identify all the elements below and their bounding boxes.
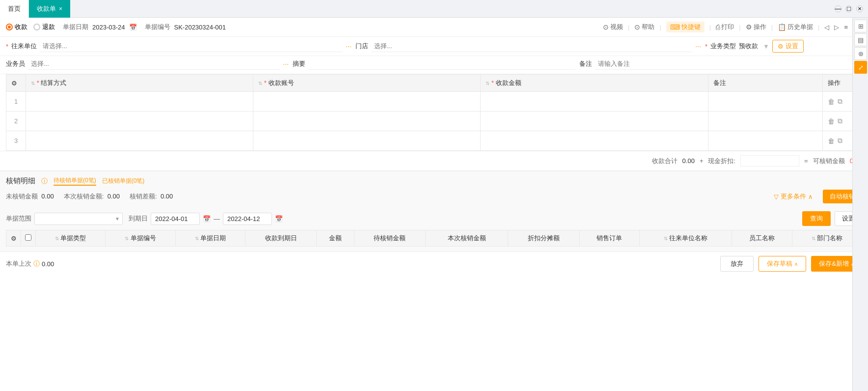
more-conditions-button[interactable]: ▽ 更多条件 ∧: [774, 192, 813, 201]
date-to-calendar-icon[interactable]: 📅: [275, 215, 283, 223]
business-type-dropdown-icon[interactable]: ▼: [763, 43, 769, 50]
doc-no-info: 单据编号 SK-20230324-001: [145, 23, 226, 31]
copy-row-3-icon[interactable]: ⧉: [838, 137, 842, 145]
table-row: 2 🗑 ⧉: [6, 112, 862, 131]
verify-info-icon[interactable]: ⓘ: [41, 177, 48, 186]
abandon-button[interactable]: 放弃: [720, 256, 754, 272]
receipt-amount-1[interactable]: [481, 92, 708, 112]
receipt-amount-2[interactable]: [481, 112, 708, 131]
receipt-amount-header[interactable]: ⇅ * 收款金额: [481, 75, 708, 92]
store-more-icon[interactable]: ···: [695, 42, 701, 50]
settlement-method-1[interactable]: [26, 92, 253, 112]
counterpart-input[interactable]: [40, 40, 343, 52]
verify-header: 核销明细 ⓘ 待核销单据(0笔) 已核销单据(0笔): [6, 176, 862, 186]
delete-row-2-icon[interactable]: 🗑: [828, 117, 835, 125]
history-action[interactable]: 📋 历史单据: [778, 23, 813, 31]
sidebar-link-icon-btn[interactable]: ⊛: [854, 47, 867, 60]
receipt-account-2[interactable]: [253, 112, 481, 131]
video-action[interactable]: ⊙ 视频: [603, 23, 623, 31]
remark-input[interactable]: [595, 58, 862, 70]
current-verify-header: 本次核销金额: [425, 230, 508, 247]
remark-2[interactable]: [708, 112, 822, 131]
calendar-icon[interactable]: 📅: [129, 24, 137, 31]
print-action[interactable]: ⎙ 打印: [716, 23, 734, 31]
doc-no-header: ⇅ 单据编号: [106, 230, 175, 247]
salesman-more-icon[interactable]: ···: [283, 60, 289, 68]
shortcut-action[interactable]: ⌨ 快捷键: [666, 22, 705, 32]
layout-list-icon[interactable]: ≡: [844, 24, 848, 31]
receipt-account-header[interactable]: ⇅ * 收款账号: [253, 75, 481, 92]
equals-sign: =: [804, 157, 808, 165]
delete-row-3-icon[interactable]: 🗑: [828, 137, 835, 145]
row-num-1: 1: [6, 92, 26, 112]
tab-bar: 首页 收款单 × — □ ×: [0, 0, 868, 18]
date-from-input[interactable]: [151, 213, 200, 225]
delete-row-1-icon[interactable]: 🗑: [828, 98, 835, 106]
gear-column-header[interactable]: ⚙: [6, 75, 26, 92]
gear-icon-header: ⚙: [11, 80, 17, 87]
settlement-method-3[interactable]: [26, 131, 253, 151]
video-icon: ⊙: [603, 23, 609, 31]
maximize-button[interactable]: □: [845, 5, 852, 12]
checkbox-col-header[interactable]: [21, 230, 36, 247]
select-all-checkbox[interactable]: [25, 234, 31, 241]
expand-icon: ⤢: [858, 64, 864, 71]
date-to-input[interactable]: [223, 213, 272, 225]
available-label: 可核销金额: [813, 157, 845, 166]
store-field: 门店 ···: [355, 40, 701, 52]
unchecked-label: 未核销金额: [6, 193, 38, 200]
sidebar-document-icon-btn[interactable]: ▤: [854, 33, 867, 46]
receipt-account-3[interactable]: [253, 131, 481, 151]
minimize-button[interactable]: —: [835, 5, 841, 12]
footer-info-icon[interactable]: ⓘ: [33, 259, 40, 268]
remark-1[interactable]: [708, 92, 822, 112]
diff-value: 0.00: [161, 193, 173, 200]
close-tab-icon[interactable]: ×: [59, 5, 62, 12]
tab-receipt[interactable]: 收款单 ×: [29, 0, 70, 18]
discount-input[interactable]: [740, 155, 799, 167]
date-from-calendar-icon[interactable]: 📅: [203, 215, 211, 223]
refund-radio[interactable]: 退款: [33, 23, 55, 31]
doc-range-label: 单据范围: [6, 214, 31, 223]
verify-table: ⚙ ⇅ 单据类型 ⇅ 单据编号: [6, 230, 862, 247]
remark-field: 备注: [579, 58, 862, 70]
sort-icon-b2: ⇅: [125, 236, 129, 241]
row-num-2: 2: [6, 112, 26, 131]
remark-3[interactable]: [708, 131, 822, 151]
copy-row-2-icon[interactable]: ⧉: [838, 117, 842, 125]
save-new-label: 保存&新增: [819, 259, 849, 268]
done-tab-link[interactable]: 已核销单据(0笔): [102, 177, 145, 185]
nav-right-icon[interactable]: ▷: [834, 24, 839, 31]
sidebar-table-icon-btn[interactable]: ⊞: [854, 20, 867, 32]
settings-button[interactable]: ⚙ 设置: [772, 40, 804, 53]
receipt-account-1[interactable]: [253, 92, 481, 112]
receipt-amount-3[interactable]: [481, 131, 708, 151]
refund-radio-circle: [33, 24, 40, 30]
pending-tab-link[interactable]: 待核销单据(0笔): [54, 176, 96, 186]
sidebar-expand-icon-btn[interactable]: ⤢: [854, 61, 867, 74]
doc-range-select[interactable]: [34, 213, 123, 225]
nav-left-icon[interactable]: ◁: [824, 24, 829, 31]
close-window-button[interactable]: ×: [856, 5, 863, 12]
counterpart-label: 往来单位: [11, 42, 37, 51]
required-star2: *: [705, 43, 707, 50]
query-button[interactable]: 查询: [802, 211, 831, 226]
store-input[interactable]: [371, 40, 692, 52]
operation-action[interactable]: ⚙ 操作: [746, 23, 766, 31]
gear-col-header[interactable]: ⚙: [6, 230, 21, 247]
tab-home[interactable]: 首页: [0, 0, 29, 18]
date-filter: 到期日 📅 — 📅: [129, 213, 283, 225]
settlement-method-2[interactable]: [26, 112, 253, 131]
salesman-input[interactable]: [28, 58, 280, 70]
pending-verify-header: 待核销金额: [354, 230, 425, 247]
copy-row-1-icon[interactable]: ⧉: [838, 97, 842, 106]
total-label: 收款合计: [652, 157, 678, 166]
counterpart-more-icon[interactable]: ···: [346, 42, 352, 50]
help-action[interactable]: ⊙ 帮助: [634, 23, 654, 31]
help-icon: ⊙: [634, 23, 640, 31]
form-row2: 业务员 ··· 摘要 备注: [0, 56, 868, 74]
save-draft-button[interactable]: 保存草稿 ∧: [759, 256, 806, 272]
settlement-method-header[interactable]: ⇅ * 结算方式: [26, 75, 253, 92]
summary-input[interactable]: [308, 58, 575, 70]
receipt-radio[interactable]: 收款: [6, 23, 27, 31]
